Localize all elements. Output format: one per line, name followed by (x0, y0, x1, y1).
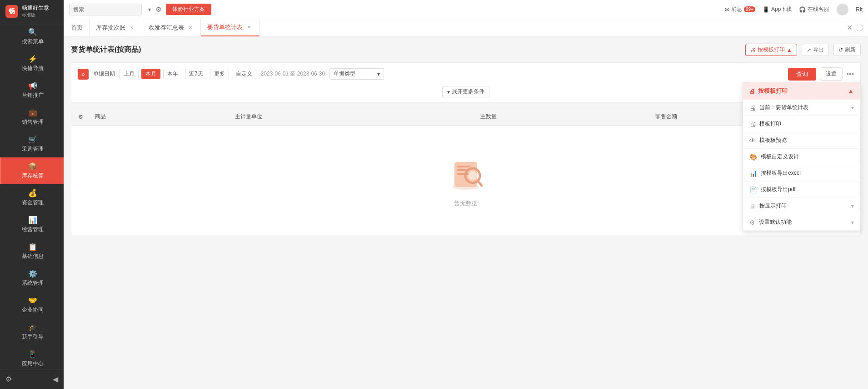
data-table: ⚙ 商品 主计量单位 主数量 零售金额 (71, 108, 860, 235)
experience-button[interactable]: 体验行业方案 (166, 4, 211, 15)
dropdown-item-label: 模板打印 (759, 120, 781, 128)
export-excel-icon: 📊 (749, 170, 757, 177)
current-template-label: 当前：要货单统计表 (759, 104, 808, 111)
tab-order-stats-close[interactable]: × (245, 24, 253, 31)
sidebar-item-label: 销售管理 (22, 118, 44, 126)
dropdown-item-template-design[interactable]: 🎨 模板自定义设计 (743, 149, 860, 165)
gear-icon[interactable]: ⚙ (155, 5, 161, 14)
dropdown-header-right: ▲ (848, 87, 854, 95)
sidebar-item-operation[interactable]: 📊 经营管理 (0, 211, 64, 238)
filter-settings-button[interactable]: 设置 (820, 67, 843, 81)
chevron-down-icon: ▾ (148, 6, 151, 13)
online-service-button[interactable]: 🎧 在线客服 (799, 5, 829, 13)
export-pdf-icon: 📄 (749, 186, 757, 193)
sidebar-item-label: 采购管理 (22, 145, 44, 153)
more-options-icon[interactable]: ••• (846, 70, 854, 78)
sidebar-item-label: 企业协同 (22, 306, 44, 314)
topbar-dropdown[interactable]: ▾ (146, 6, 151, 13)
dropdown-collapse-icon[interactable]: ▲ (848, 87, 854, 95)
template-print-button[interactable]: 🖨 按模板打印 ▲ (745, 44, 797, 56)
tab-order-stats[interactable]: 要货单统计表 × (201, 19, 259, 36)
dropdown-current-template[interactable]: 🖨 当前：要货单统计表 ▾ (743, 100, 860, 116)
message-button[interactable]: ✉ 消息 99+ (725, 5, 755, 13)
dropdown-default-left: ⚙ 设置默认功能 (749, 218, 792, 226)
doc-type-select[interactable]: 单据类型 ▾ (329, 68, 384, 80)
sidebar-item-sales[interactable]: 💼 销售管理 (0, 104, 64, 131)
sidebar-item-collab[interactable]: 🤝 企业协同 (0, 292, 64, 318)
table-col-unit: 主计量单位 (229, 108, 475, 126)
dropdown-item-template-print[interactable]: 🖨 模板打印 (743, 116, 860, 132)
sidebar-item-marketing[interactable]: 📢 营销推广 (0, 77, 64, 104)
message-icon: ✉ (725, 6, 729, 13)
dropdown-item-template-preview[interactable]: 👁 模板板预览 (743, 132, 860, 149)
dropdown-item-set-default[interactable]: ⚙ 设置默认功能 ▾ (743, 214, 860, 231)
date-btn-this-month[interactable]: 本月 (141, 69, 160, 79)
app-download-button[interactable]: 📱 App下载 (763, 5, 792, 13)
dropdown-title: 按模板打印 (758, 87, 788, 95)
tab-summary-close[interactable]: × (187, 24, 194, 31)
basics-icon: 📋 (28, 242, 37, 251)
tab-inventory-batch-close[interactable]: × (128, 24, 135, 31)
display-print-arrow: ▾ (851, 203, 854, 209)
dropdown-item-display-print[interactable]: 🖥 按显示打印 ▾ (743, 198, 860, 214)
sidebar-item-newbie[interactable]: 🎓 新手引导 (0, 318, 64, 345)
dropdown-header-left: 🖨 按模板打印 (749, 87, 788, 95)
filter-row-main: » 单据日期 上月 本月 本年 近7天 更多 自定义 2023-06-01 至 … (78, 67, 854, 81)
display-print-icon: 🖥 (749, 202, 756, 210)
sidebar-item-label: 搜索菜单 (22, 38, 44, 45)
dropdown-item-label: 按模板导出pdf (761, 186, 796, 193)
dropdown-item-export-excel[interactable]: 📊 按模板导出excel (743, 165, 860, 182)
current-template-arrow: ▾ (851, 105, 854, 111)
collapse-icon[interactable]: ◀ (53, 375, 58, 384)
sidebar-item-system[interactable]: ⚙️ 系统管理 (0, 265, 64, 292)
avatar[interactable] (837, 4, 848, 15)
export-icon: ↗ (807, 47, 811, 53)
settings-footer-icon[interactable]: ⚙ (5, 375, 12, 384)
printer-icon: 🖨 (750, 47, 756, 53)
tabs-maximize-icon[interactable]: ⛶ (856, 24, 863, 31)
refresh-button[interactable]: ↺ 刷新 (833, 44, 861, 56)
page-title: 要货单统计表(按商品) (71, 45, 141, 55)
filter-toggle-button[interactable]: » (78, 69, 89, 80)
marketing-icon: 📢 (28, 81, 37, 90)
query-button[interactable]: 查询 (788, 68, 816, 81)
dropdown-item-label: 按模板导出excel (761, 169, 801, 177)
appcenter-icon: 📱 (28, 350, 37, 359)
date-btn-more[interactable]: 更多 (210, 69, 229, 79)
sidebar-item-finance[interactable]: 💰 资金管理 (0, 184, 64, 211)
date-btn-custom[interactable]: 自定义 (232, 69, 256, 79)
online-service-label: 在线客服 (808, 5, 829, 13)
sidebar: 畅 畅通好生意 标准版 🔍 搜索菜单 ⚡ 快捷导航 📢 营销推广 💼 销售管理 … (0, 0, 64, 389)
tab-summary[interactable]: 收发存汇总表 × (142, 19, 201, 36)
tab-inventory-batch[interactable]: 库存批次账 × (90, 19, 142, 36)
tabs-close-all-icon[interactable]: ✕ (847, 23, 853, 32)
table-col-settings[interactable]: ⚙ (71, 108, 90, 126)
tab-inventory-batch-label: 库存批次账 (96, 24, 125, 32)
sidebar-item-appcenter[interactable]: 📱 应用中心 (0, 345, 64, 369)
date-btn-last-month[interactable]: 上月 (120, 69, 139, 79)
sidebar-item-inventory[interactable]: 📦 库存核算 (0, 157, 64, 184)
svg-line-7 (478, 181, 482, 186)
search-input[interactable] (69, 4, 142, 15)
sidebar-item-label: 新手引导 (22, 333, 44, 341)
date-btn-7days[interactable]: 近7天 (185, 69, 207, 79)
app-logo-icon: 畅 (5, 5, 18, 18)
set-default-icon: ⚙ (749, 219, 755, 226)
sidebar-item-quicknav[interactable]: ⚡ 快捷导航 (0, 50, 64, 77)
sidebar-item-search[interactable]: 🔍 搜索菜单 (0, 23, 64, 50)
sidebar-logo: 畅 畅通好生意 标准版 (0, 0, 64, 23)
sidebar-item-label: 经营管理 (22, 226, 44, 233)
service-icon: 🎧 (799, 6, 806, 13)
tab-home[interactable]: 首页 (69, 19, 90, 36)
expand-conditions-button[interactable]: ▾ 展开更多条件 (442, 86, 489, 97)
sidebar-footer: ⚙ ◀ (0, 369, 64, 389)
dropdown-item-export-pdf[interactable]: 📄 按模板导出pdf (743, 182, 860, 198)
date-filter-label: 单据日期 (93, 70, 115, 78)
finance-icon: 💰 (28, 189, 37, 197)
sidebar-item-purchase[interactable]: 🛒 采购管理 (0, 131, 64, 157)
expand-down-icon: ▾ (447, 89, 450, 95)
sidebar-item-basics[interactable]: 📋 基础信息 (0, 238, 64, 265)
export-button[interactable]: ↗ 导出 (802, 44, 829, 56)
topbar: ▾ ⚙ 体验行业方案 ✉ 消息 99+ 📱 App下载 🎧 在线客服 Rit (64, 0, 868, 19)
date-btn-this-year[interactable]: 本年 (163, 69, 182, 79)
